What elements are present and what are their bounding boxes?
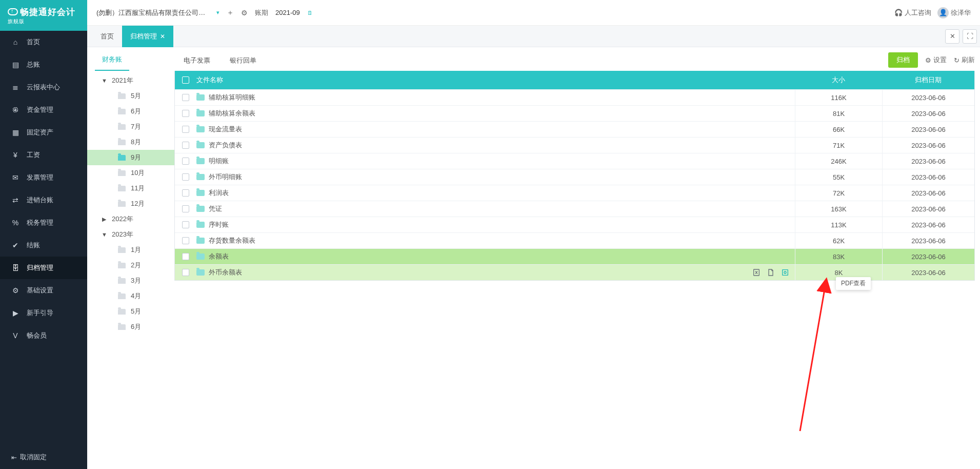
caret-down-icon: ▼ <box>102 231 107 238</box>
sidebar-item-tax[interactable]: %税务管理 <box>0 211 87 234</box>
sidebar-item-invoice[interactable]: ✉发票管理 <box>0 166 87 189</box>
settings-button[interactable]: ⚙设置 <box>925 55 947 65</box>
tree-month[interactable]: 6月 <box>87 319 174 335</box>
table-row[interactable]: 辅助核算明细账116K2023-06-06 <box>175 89 974 105</box>
tree-month[interactable]: 1月 <box>87 242 174 258</box>
page-tab[interactable]: 首页 <box>92 26 122 47</box>
folder-icon <box>118 324 126 330</box>
sidebar-item-vip[interactable]: V畅会员 <box>0 324 87 347</box>
subtab-bank-receipt[interactable]: 银行回单 <box>223 51 264 71</box>
table-row[interactable]: 明细账246K2023-06-06 <box>175 153 974 169</box>
pdf-view-icon[interactable] <box>781 268 790 277</box>
tree-month[interactable]: 3月 <box>87 273 174 288</box>
pdf-download-icon[interactable] <box>766 268 775 277</box>
support-label: 人工咨询 <box>905 8 931 17</box>
tree-month[interactable]: 12月 <box>87 196 174 211</box>
tree-month[interactable]: 9月 <box>87 150 174 165</box>
refresh-icon: ↻ <box>954 56 959 64</box>
table-row[interactable]: 存货数量余额表62K2023-06-06 <box>175 232 974 248</box>
row-checkbox[interactable] <box>182 221 189 228</box>
tree-year[interactable]: ▶2022年 <box>87 211 174 227</box>
tree-month[interactable]: 2月 <box>87 258 174 273</box>
folder-icon <box>196 253 205 260</box>
calendar-icon[interactable]: 🗓 <box>307 10 313 16</box>
tree-month[interactable]: 10月 <box>87 165 174 181</box>
chevron-down-icon[interactable]: ▾ <box>216 9 219 16</box>
sidebar-item-asset[interactable]: ▦固定资产 <box>0 121 87 144</box>
row-checkbox[interactable] <box>182 205 189 212</box>
tree-month-label: 5月 <box>131 91 141 101</box>
tree-year[interactable]: ▼2021年 <box>87 73 174 88</box>
brand-subtitle: 旗舰版 <box>8 18 79 25</box>
sidebar-item-gear[interactable]: ⚙基础设置 <box>0 279 87 302</box>
tree-month[interactable]: 11月 <box>87 181 174 196</box>
table-row[interactable]: 利润表72K2023-06-06 <box>175 185 974 201</box>
row-checkbox[interactable] <box>182 173 189 181</box>
row-checkbox[interactable] <box>182 110 189 117</box>
sidebar-item-close-book[interactable]: ✔结账 <box>0 234 87 257</box>
sidebar-item-salary[interactable]: ¥工资 <box>0 144 87 166</box>
archive-button[interactable]: 归档 <box>888 52 918 68</box>
tree-month[interactable]: 7月 <box>87 119 174 134</box>
close-icon[interactable]: ✕ <box>160 33 165 40</box>
user-menu[interactable]: 👤 徐泽华 <box>937 7 971 18</box>
sidebar-item-home[interactable]: ⌂首页 <box>0 31 87 53</box>
col-date[interactable]: 归档日期 <box>882 75 974 85</box>
sidebar-pin-toggle[interactable]: ⇤ 取消固定 <box>0 445 87 469</box>
support-link[interactable]: 🎧 人工咨询 <box>894 8 931 17</box>
tab-close-button[interactable]: ✕ <box>945 29 959 44</box>
caret-right-icon: ▶ <box>102 216 107 223</box>
table-row[interactable]: 余额表83K2023-06-06 <box>175 248 974 264</box>
select-all-checkbox[interactable] <box>182 76 189 84</box>
sidebar-item-wallet[interactable]: ֎资金管理 <box>0 99 87 121</box>
sidebar-item-chart[interactable]: ≣云报表中心 <box>0 76 87 99</box>
file-size: 246K <box>795 153 882 169</box>
col-filename[interactable]: 文件名称 <box>196 75 795 85</box>
table-row[interactable]: 外币明细账55K2023-06-06 <box>175 169 974 185</box>
col-size[interactable]: 大小 <box>795 75 882 85</box>
sidebar-item-stock[interactable]: ⇄进销台账 <box>0 189 87 211</box>
tree-year[interactable]: ▼2023年 <box>87 227 174 242</box>
sidebar-item-archive[interactable]: 🗄归档管理 <box>0 257 87 279</box>
tree-month[interactable]: 5月 <box>87 88 174 104</box>
table-row[interactable]: 序时账113K2023-06-06 <box>175 217 974 232</box>
sidebar-item-ledger[interactable]: ▤总账 <box>0 53 87 76</box>
tree-month[interactable]: 5月 <box>87 304 174 319</box>
row-checkbox[interactable] <box>182 142 189 149</box>
brand-title-text: 畅捷通好会计 <box>20 6 75 18</box>
tree-month[interactable]: 6月 <box>87 104 174 119</box>
row-checkbox[interactable] <box>182 237 189 244</box>
page-tab[interactable]: 归档管理✕ <box>122 26 173 47</box>
folder-icon <box>196 94 205 101</box>
tree-month[interactable]: 4月 <box>87 288 174 304</box>
sidebar: 畅捷通好会计 旗舰版 ⌂首页▤总账≣云报表中心֎资金管理▦固定资产¥工资✉发票管… <box>0 0 87 469</box>
folder-icon <box>196 190 205 196</box>
row-checkbox[interactable] <box>182 158 189 165</box>
table-row[interactable]: 凭证163K2023-06-06 <box>175 201 974 217</box>
refresh-button[interactable]: ↻刷新 <box>954 55 975 65</box>
period-value[interactable]: 2021-09 <box>275 9 300 16</box>
table-row[interactable]: 现金流量表66K2023-06-06 <box>175 121 974 137</box>
table-row[interactable]: 辅助核算余额表81K2023-06-06 <box>175 105 974 121</box>
plus-icon[interactable]: ＋ <box>227 8 234 17</box>
folder-icon <box>118 93 126 99</box>
row-checkbox[interactable] <box>182 189 189 197</box>
toolbar: 归档 ⚙设置 ↻刷新 <box>888 52 975 71</box>
excel-download-icon[interactable] <box>752 268 761 277</box>
row-checkbox[interactable] <box>182 126 189 133</box>
table-row[interactable]: 资产负债表71K2023-06-06 <box>175 137 974 153</box>
sidebar-item-guide[interactable]: ▶新手引导 <box>0 302 87 324</box>
subtab-finance[interactable]: 财务账 <box>95 50 129 71</box>
tree-month[interactable]: 8月 <box>87 134 174 150</box>
file-size: 66K <box>795 122 882 137</box>
row-checkbox[interactable] <box>182 253 189 260</box>
gear-icon[interactable]: ⚙ <box>241 9 248 17</box>
folder-icon <box>196 174 205 180</box>
folder-icon <box>196 158 205 164</box>
file-name: 辅助核算明细账 <box>209 93 255 102</box>
tab-expand-button[interactable]: ⛶ <box>963 29 977 44</box>
company-selector[interactable]: (勿删）江西服宝精品有限责任公司（... <box>96 8 209 17</box>
row-checkbox[interactable] <box>182 269 189 276</box>
subtab-einvoice[interactable]: 电子发票 <box>176 51 217 71</box>
row-checkbox[interactable] <box>182 94 189 101</box>
